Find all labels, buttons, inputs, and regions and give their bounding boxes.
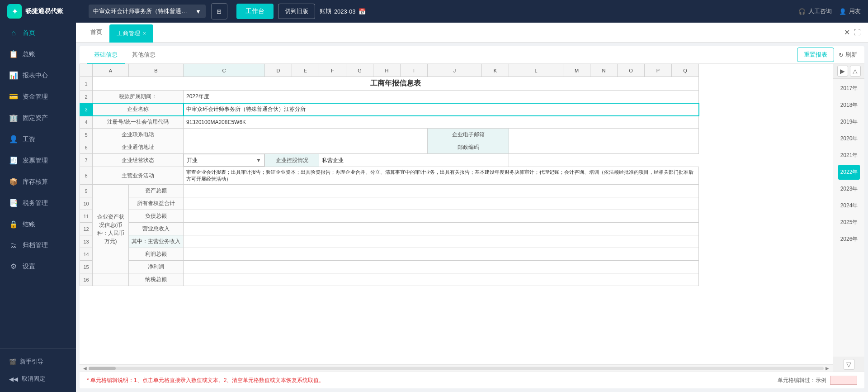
sidebar: ⌂ 首页 📋 总账 📊 报表中心 💳 资金管理 🏢 固定资产 👤 工资 xyxy=(0,23,76,392)
sidebar-item-home[interactable]: ⌂ 首页 xyxy=(0,23,76,43)
consult-area[interactable]: 🎧 人工咨询 xyxy=(798,7,832,15)
logo-text: 畅捷通易代账 xyxy=(25,7,63,15)
regcode-value-cell[interactable]: 91320100MA208E5W6K xyxy=(184,116,699,129)
edited-label: 单元格编辑过：示例 xyxy=(778,377,826,384)
postcode-value-cell[interactable] xyxy=(509,141,699,154)
business-value-cell[interactable]: 审查企业会计报表；出具审计报告；验证企业资本；出具验资报告；办理企业合并、分立、… xyxy=(184,167,699,185)
sidebar-item-closing[interactable]: 🔒 结账 xyxy=(0,214,76,235)
year-2022[interactable]: 2022年 xyxy=(838,165,860,180)
panel-chevron-down-btn[interactable]: ▽ xyxy=(844,359,854,370)
user-area[interactable]: 👤 用友 xyxy=(839,7,861,15)
year-2026[interactable]: 2026年 xyxy=(838,232,860,247)
revenue-value-cell[interactable] xyxy=(184,223,699,235)
sub-tab-basic[interactable]: 基础信息 xyxy=(87,46,125,64)
liabilities-value-cell[interactable] xyxy=(184,210,699,223)
row-num-16: 16 xyxy=(80,273,93,286)
liabilities-label-cell: 负债总额 xyxy=(129,210,184,223)
address-value-cell[interactable] xyxy=(184,141,428,154)
scroll-thumb[interactable] xyxy=(89,367,116,370)
year-2019[interactable]: 2019年 xyxy=(838,115,860,129)
close-panel-icon[interactable]: ✕ xyxy=(844,28,850,37)
new-guide-item[interactable]: 🎬 新手引导 xyxy=(0,353,76,370)
status-value-cell[interactable]: 开业▼ xyxy=(184,154,264,167)
net-profit-value-cell[interactable] xyxy=(184,261,699,273)
reset-button[interactable]: 重置报表 xyxy=(797,48,834,62)
table-row: 8 主营业务活动 审查企业会计报表；出具审计报告；验证企业资本；出具验资报告；办… xyxy=(80,167,699,185)
assets-label-cell: 资产总额 xyxy=(129,185,184,197)
assets-group-label: 企业资产状况信息(币种：人民币万元) xyxy=(93,185,129,273)
table-row: 10 所有者权益合计 xyxy=(80,197,699,210)
sidebar-label-settings: 设置 xyxy=(23,263,35,271)
row-num-7: 7 xyxy=(80,154,93,167)
year-2018[interactable]: 2018年 xyxy=(838,98,860,113)
sidebar-item-assets[interactable]: 🏢 固定资产 xyxy=(0,107,76,129)
sidebar-item-funds[interactable]: 💳 资金管理 xyxy=(0,86,76,107)
col-l: L xyxy=(509,64,563,77)
year-2025[interactable]: 2025年 xyxy=(838,215,860,230)
sidebar-item-settings[interactable]: ⚙ 设置 xyxy=(0,256,76,277)
expand-icon[interactable]: ⛶ xyxy=(854,29,861,37)
panel-chevron-up-btn[interactable]: △ xyxy=(850,66,861,76)
switch-version-button[interactable]: 切到旧版 xyxy=(278,4,315,19)
year-2021[interactable]: 2021年 xyxy=(838,148,860,163)
email-value-cell[interactable] xyxy=(509,129,699,141)
col-e: E xyxy=(292,64,319,77)
row-num-8: 8 xyxy=(80,167,93,185)
sidebar-item-invoices[interactable]: 🧾 发票管理 xyxy=(0,150,76,171)
sidebar-item-ledger[interactable]: 📋 总账 xyxy=(0,43,76,65)
profit-value-cell[interactable] xyxy=(184,248,699,261)
horizontal-scrollbar[interactable]: ◀ ▶ xyxy=(80,364,833,372)
row-num-3: 3 xyxy=(80,103,93,116)
year-2023[interactable]: 2023年 xyxy=(838,182,860,196)
unpin-item[interactable]: ◀◀ 取消固定 xyxy=(0,370,76,387)
tax-value-cell[interactable] xyxy=(184,273,699,286)
assets-value-cell[interactable] xyxy=(184,185,699,197)
postcode-label-cell: 邮政编码 xyxy=(428,141,509,154)
sheet-title[interactable]: 工商年报信息表 xyxy=(93,77,699,91)
top-header: ✦ 畅捷通易代账 中审众环会计师事务所（特殊普通合伙... ▼ ⊞ 工作台 切到… xyxy=(0,0,868,23)
workbench-button[interactable]: 工作台 xyxy=(236,4,274,19)
sub-tab-other[interactable]: 其他信息 xyxy=(125,46,163,64)
tab-business[interactable]: 工商管理 × xyxy=(109,24,153,43)
year-2020[interactable]: 2020年 xyxy=(838,131,860,146)
equity-value-cell[interactable] xyxy=(184,197,699,210)
panel-collapse-btn[interactable]: ▶ xyxy=(837,66,848,76)
profit-label-cell: 利润总额 xyxy=(129,248,184,261)
business-label-cell: 主营业务活动 xyxy=(93,167,184,185)
company-value-cell[interactable]: 中审众环会计师事务所（特殊普通合伙）江苏分所 xyxy=(184,103,699,116)
sidebar-item-reports[interactable]: 📊 报表中心 xyxy=(0,65,76,86)
company-selector[interactable]: 中审众环会计师事务所（特殊普通合伙... ▼ xyxy=(89,5,206,18)
sidebar-label-home: 首页 xyxy=(23,29,35,37)
year-2017[interactable]: 2017年 xyxy=(838,81,860,96)
tax-group-placeholder xyxy=(93,273,129,286)
company-settings-icon[interactable]: ⊞ xyxy=(211,3,227,19)
scroll-track[interactable] xyxy=(89,367,824,370)
sidebar-item-inventory[interactable]: 📦 库存核算 xyxy=(0,171,76,192)
sidebar-item-wages[interactable]: 👤 工资 xyxy=(0,129,76,150)
phone-value-cell[interactable] xyxy=(184,129,428,141)
tab-close-icon[interactable]: × xyxy=(143,30,146,37)
col-a: A xyxy=(93,64,129,77)
sidebar-label-ledger: 总账 xyxy=(23,50,35,58)
scroll-left-btn[interactable]: ◀ xyxy=(81,366,89,371)
layout: ⌂ 首页 📋 总账 📊 报表中心 💳 资金管理 🏢 固定资产 👤 工资 xyxy=(0,23,868,392)
sidebar-label-inventory: 库存核算 xyxy=(23,178,48,186)
main-content: 首页 工商管理 × ✕ ⛶ 基础信息 xyxy=(76,23,868,392)
row-num-1: 1 xyxy=(80,77,93,91)
control-value-cell[interactable]: 私营企业 xyxy=(319,154,509,167)
wages-icon: 👤 xyxy=(9,135,18,143)
refresh-button[interactable]: ↻ 刷新 xyxy=(839,51,857,59)
equity-label-cell: 所有者权益合计 xyxy=(129,197,184,210)
main-revenue-value[interactable] xyxy=(184,235,699,248)
year-2024[interactable]: 2024年 xyxy=(838,198,860,213)
sidebar-item-tax[interactable]: 📑 税务管理 xyxy=(0,192,76,214)
period-value-cell[interactable]: 2022年度 xyxy=(184,91,699,103)
sidebar-item-archive[interactable]: 🗂 归档管理 xyxy=(0,235,76,256)
calendar-icon[interactable]: 📅 xyxy=(359,8,366,15)
spreadsheet-container[interactable]: A B C D E F G H I J xyxy=(80,64,833,364)
scroll-right-btn[interactable]: ▶ xyxy=(824,366,831,371)
tab-home[interactable]: 首页 xyxy=(83,23,109,43)
year-panel: 2017年 2018年 2019年 2020年 2021年 2022年 2023… xyxy=(833,79,864,357)
table-row: 15 净利润 xyxy=(80,261,699,273)
table-row: 2 税款所属期间： 2022年度 xyxy=(80,91,699,103)
